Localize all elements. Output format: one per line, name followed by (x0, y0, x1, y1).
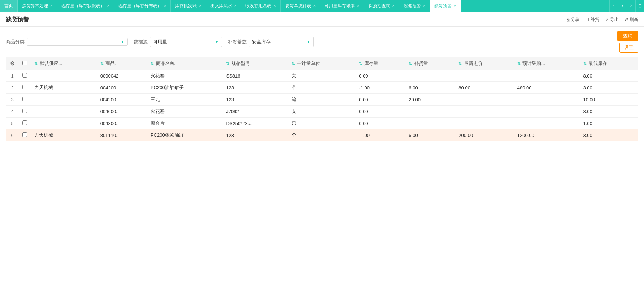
row-checkbox[interactable] (22, 73, 27, 78)
row-checkbox[interactable] (22, 109, 27, 113)
row-checkbox[interactable] (22, 132, 27, 137)
tab-home[interactable]: 首页 (0, 0, 18, 12)
row-number: 4 (6, 106, 19, 118)
row-stock: -1.00 (355, 129, 405, 141)
tab-close-expiry-query[interactable]: × (392, 4, 395, 8)
row-est-purchase: 480.00 (514, 82, 580, 94)
tab-restore-button[interactable]: ⊡ (635, 0, 644, 12)
data-table: ⚙ ⇅ 默认供应... ⇅ 商品... ⇅ 商品名称 (6, 57, 638, 141)
row-unit: 箱 (288, 94, 356, 106)
category-select[interactable]: ▼ (27, 38, 128, 46)
th-spec: ⇅ 规格型号 (222, 57, 288, 70)
replenish-base-select[interactable]: 安全库存 ▼ (249, 37, 314, 47)
datasource-select[interactable]: 可用量 ▼ (150, 37, 222, 47)
row-est-purchase (514, 106, 580, 118)
tab-inventory-status[interactable]: 现存量（库存状况表） × (57, 0, 114, 12)
row-checkbox-cell (19, 106, 31, 118)
row-number: 5 (6, 118, 19, 129)
tab-close-receive-summary[interactable]: × (274, 4, 276, 8)
row-unit: 只 (288, 118, 356, 129)
tab-order-stat[interactable]: 要货单统计表 × (281, 0, 320, 12)
row-checkbox[interactable] (22, 97, 27, 101)
header-actions: ⎘ 分享 ☐ 补货 ↗ 导出 ↺ 刷新 (567, 17, 638, 23)
tab-close-all-button[interactable]: × (627, 0, 635, 12)
sort-icon-stock: ⇅ (359, 61, 362, 66)
row-unit: 个 (288, 129, 356, 141)
row-product-code: 004800... (97, 118, 147, 129)
tab-shortage[interactable]: 缺货预警 × (430, 0, 461, 12)
row-checkbox-cell (19, 94, 31, 106)
th-stock: ⇅ 库存量 (355, 57, 405, 70)
row-checkbox-cell (19, 129, 31, 141)
row-latest-price: 200.00 (455, 129, 513, 141)
tab-close-inventory-status[interactable]: × (107, 4, 109, 8)
row-product-name: PC200油缸缸子 (147, 82, 223, 94)
tab-prev-button[interactable]: ‹ (609, 0, 618, 12)
export-icon: ↗ (605, 17, 609, 22)
tab-overstock[interactable]: 超储预警 × (399, 0, 430, 12)
tab-close-shortage[interactable]: × (454, 4, 456, 8)
sort-icon-unit: ⇅ (292, 61, 295, 66)
filter-area: 商品分类 ▼ 数据源 可用量 ▼ 补货基数 安全库存 ▼ 查询 设置 (0, 27, 644, 57)
row-latest-price (455, 118, 513, 129)
row-replenish-qty: 20.00 (405, 94, 455, 106)
tab-inout-flow[interactable]: 出入库流水 × (206, 0, 241, 12)
tab-abnormal[interactable]: 炼货异常处理 × (18, 0, 57, 12)
export-button[interactable]: ↗ 导出 (605, 17, 619, 23)
settings-button[interactable]: 设置 (619, 43, 638, 53)
row-supplier (31, 106, 97, 118)
row-min-stock: 3.00 (580, 129, 639, 141)
tab-inventory-dist[interactable]: 现存量（库存分布表） × (114, 0, 171, 12)
tab-next-button[interactable]: › (618, 0, 627, 12)
row-product-name: 三九 (147, 94, 223, 106)
row-spec: SS816 (222, 70, 288, 82)
table-header-row: ⚙ ⇅ 默认供应... ⇅ 商品... ⇅ 商品名称 (6, 57, 638, 70)
th-checkbox (19, 57, 31, 70)
refresh-button[interactable]: ↺ 刷新 (625, 17, 638, 23)
row-product-code: 801110... (97, 129, 147, 141)
row-est-purchase: 1200.00 (514, 129, 580, 141)
th-product-code: ⇅ 商品... (97, 57, 147, 70)
th-replenish-qty: ⇅ 补货量 (405, 57, 455, 70)
table-row: 6 力天机械 801110... PC200张紧油缸 123 个 -1.00 6… (6, 129, 638, 141)
tab-close-available-ledger[interactable]: × (357, 4, 359, 8)
row-checkbox[interactable] (22, 85, 27, 89)
tab-available-ledger[interactable]: 可用量库存账本 × (320, 0, 364, 12)
row-min-stock: 8.00 (580, 106, 639, 118)
row-min-stock: 3.00 (580, 82, 639, 94)
sort-icon-replenish: ⇅ (409, 61, 412, 66)
row-product-name: PC200张紧油缸 (147, 129, 223, 141)
tab-close-batch-account[interactable]: × (199, 4, 201, 8)
query-button[interactable]: 查询 (617, 31, 638, 41)
row-replenish-qty (405, 70, 455, 82)
row-replenish-qty (405, 106, 455, 118)
row-min-stock: 10.00 (580, 94, 639, 106)
sort-icon-name: ⇅ (151, 61, 154, 66)
share-button[interactable]: ⎘ 分享 (567, 17, 579, 23)
table-settings-icon[interactable]: ⚙ (10, 60, 15, 66)
row-number: 2 (6, 82, 19, 94)
replenish-button[interactable]: ☐ 补货 (585, 17, 599, 23)
row-spec: DS250*23c... (222, 118, 288, 129)
table-body: 1 0000042 火花塞 SS816 支 0.00 8.00 2 力天机械 0… (6, 70, 638, 141)
datasource-value: 可用量 (153, 39, 167, 45)
row-spec: 123 (222, 129, 288, 141)
tab-batch-account[interactable]: 库存批次账 × (171, 0, 206, 12)
tab-receive-summary[interactable]: 收发存汇总表 × (241, 0, 280, 12)
row-stock: 0.00 (355, 118, 405, 129)
select-all-checkbox[interactable] (22, 61, 27, 65)
row-spec: 123 (222, 94, 288, 106)
row-product-code: 0000042 (97, 70, 147, 82)
category-label: 商品分类 (6, 39, 25, 45)
tab-close-inventory-dist[interactable]: × (164, 4, 166, 8)
row-min-stock: 8.00 (580, 70, 639, 82)
datasource-label: 数据源 (134, 39, 148, 45)
tab-close-overstock[interactable]: × (423, 4, 425, 8)
tab-close-abnormal[interactable]: × (50, 4, 52, 8)
row-stock: 0.00 (355, 106, 405, 118)
row-checkbox[interactable] (22, 120, 27, 125)
tab-expiry-query[interactable]: 保质期查询 × (364, 0, 399, 12)
tab-close-inout-flow[interactable]: × (234, 4, 236, 8)
tab-close-order-stat[interactable]: × (313, 4, 316, 8)
row-supplier (31, 70, 97, 82)
